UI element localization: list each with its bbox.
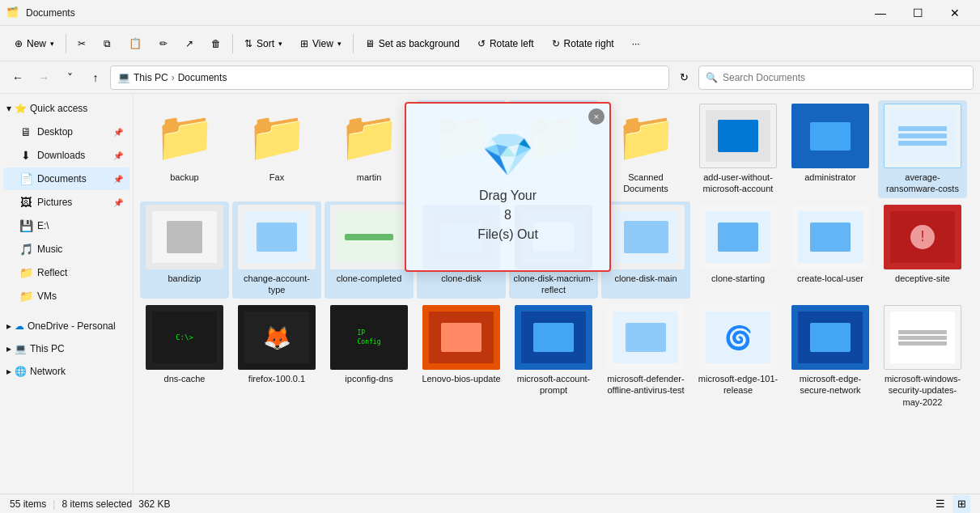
sidebar-label-edrive: E:\ [37, 220, 49, 231]
close-button[interactable]: ✕ [936, 0, 974, 26]
breadcrumb[interactable]: 💻 This PC › Documents [110, 66, 669, 90]
toolbar: ⊕ New ▾ ✂ ⧉ 📋 ✏ ↗ 🗑 ⇅ Sort ▾ ⊞ View ▾ 🖥 … [0, 26, 980, 61]
list-item[interactable]: ! deceptive-site [878, 201, 967, 299]
search-icon: 🔍 [706, 72, 718, 83]
sidebar-item-music[interactable]: 🎵 Music [3, 238, 129, 261]
rename-button[interactable]: ✏ [151, 35, 176, 53]
thumb-clone-completed [330, 205, 408, 269]
list-item[interactable]: add-user-without-microsoft-account [694, 100, 783, 198]
rotate-right-button[interactable]: ↻ Rotate right [544, 35, 622, 53]
refresh-button[interactable]: ↻ [672, 66, 695, 89]
thumb-clone-starting [699, 205, 777, 269]
recent-locations-button[interactable]: ˅ [58, 66, 81, 89]
rotate-left-button[interactable]: ↺ Rotate left [469, 35, 542, 53]
onedrive-section[interactable]: ▸ ☁ OneDrive - Personal [0, 315, 133, 337]
titlebar-title: Documents [26, 7, 862, 19]
status-separator: | [53, 498, 55, 510]
sidebar-item-vms[interactable]: 📁 VMs [3, 285, 129, 307]
sidebar-label-music: Music [37, 244, 62, 255]
drag-text: Drag Your 8 File(s) Out [477, 186, 538, 244]
new-icon: ⊕ [15, 38, 23, 49]
sidebar-item-documents[interactable]: 📄 Documents 📌 [3, 167, 129, 190]
reflect-icon: 📁 [19, 266, 32, 279]
list-item[interactable]: microsoft-account-prompt [509, 302, 598, 411]
list-item[interactable]: IPConfig ipconfig-dns [325, 302, 414, 411]
sidebar-label-pictures: Pictures [37, 197, 72, 208]
set-background-button[interactable]: 🖥 Set as background [357, 35, 468, 53]
copy-button[interactable]: ⧉ [95, 35, 119, 53]
thispc-icon: 💻 [15, 343, 27, 354]
cut-button[interactable]: ✂ [70, 35, 94, 53]
onedrive-expand-icon: ▸ [6, 320, 11, 332]
folder-thumb-backup: 📁 [146, 104, 223, 168]
onedrive-icon: ☁ [15, 320, 24, 332]
sort-button[interactable]: ⇅ Sort ▾ [236, 35, 291, 53]
network-section[interactable]: ▸ 🌐 Network [0, 360, 133, 383]
maximize-button[interactable]: ☐ [899, 0, 936, 26]
search-box[interactable]: 🔍 [698, 66, 974, 90]
sidebar-item-reflect[interactable]: 📁 Reflect [3, 261, 129, 284]
sidebar-item-pictures[interactable]: 🖼 Pictures 📌 [3, 191, 129, 214]
folder-icon-scanned: 📁 [616, 108, 677, 165]
list-item[interactable]: C:\> dns-cache [140, 302, 229, 411]
more-button[interactable]: ··· [624, 35, 648, 53]
view-button[interactable]: ⊞ View ▾ [292, 35, 350, 53]
list-item[interactable]: 📁 backup [140, 100, 229, 198]
list-item[interactable]: clone-completed [325, 201, 414, 299]
expand-icon: ▾ [6, 103, 11, 114]
toolbar-sep-3 [353, 34, 354, 53]
thispc-section[interactable]: ▸ 💻 This PC [0, 337, 133, 360]
folder-icon-martin: 📁 [339, 108, 400, 165]
list-item[interactable]: Lenovo-bios-update [417, 302, 506, 411]
list-item[interactable]: microsoft-windows-security-updates-may-2… [878, 302, 967, 411]
back-button[interactable]: ← [6, 66, 29, 89]
downloads-icon: ⬇ [19, 149, 32, 162]
sidebar-item-edrive[interactable]: 💾 E:\ [3, 214, 129, 237]
list-item[interactable]: 🦊 firefox-100.0.1 [232, 302, 321, 411]
quick-access-section[interactable]: ▾ ⭐ Quick access [0, 97, 133, 120]
search-input[interactable] [723, 72, 966, 83]
pin-icon-pictures: 📌 [113, 198, 123, 207]
file-label-dns-cache: dns-cache [164, 373, 206, 384]
list-item[interactable]: clone-starting [694, 201, 783, 299]
up-button[interactable]: ↑ [84, 66, 107, 89]
file-label-clone-disk-main: clone-disk-main [614, 273, 677, 284]
sidebar-item-downloads[interactable]: ⬇ Downloads 📌 [3, 144, 129, 167]
list-item[interactable]: administrator [786, 100, 875, 198]
list-item[interactable]: microsoft-defender-offline-antivirus-tes… [601, 302, 690, 411]
list-item[interactable]: change-account-type [232, 201, 321, 299]
thumb-ms-defender [607, 305, 685, 370]
set-background-icon: 🖥 [365, 38, 375, 49]
list-item[interactable]: microsoft-edge-secure-network [786, 302, 875, 411]
drag-close-button[interactable]: × [588, 108, 605, 125]
paste-button[interactable]: 📋 [121, 34, 150, 53]
forward-button[interactable]: → [32, 66, 55, 89]
thispc-label: This PC [30, 343, 65, 354]
new-button[interactable]: ⊕ New ▾ [6, 35, 62, 53]
list-view-button[interactable]: ☰ [931, 495, 949, 513]
file-label-scanned: Scanned Documents [605, 172, 686, 195]
sidebar-label-reflect: Reflect [37, 267, 67, 278]
file-label-bandizip: bandizip [168, 273, 202, 284]
grid-view-button[interactable]: ⊞ [952, 495, 970, 513]
list-item[interactable]: clone-disk-main [601, 201, 690, 299]
thumb-create-local-user [791, 205, 869, 269]
list-item[interactable]: 📁 martin [325, 100, 414, 198]
network-icon: 🌐 [15, 366, 27, 377]
share-button[interactable]: ↗ [177, 35, 202, 53]
list-item[interactable]: average-ransomware-costs [878, 100, 967, 198]
sidebar-item-desktop[interactable]: 🖥 Desktop 📌 [3, 121, 129, 143]
file-area: × 💎 Drag Your 8 File(s) Out 📁 backup 📁 F… [134, 94, 980, 494]
titlebar: 🗂️ Documents — ☐ ✕ [0, 0, 980, 26]
list-item[interactable]: bandizip [140, 201, 229, 299]
thumb-lenovo [422, 305, 500, 370]
file-label-deceptive-site: deceptive-site [895, 273, 950, 284]
list-item[interactable]: create-local-user [786, 201, 875, 299]
list-item[interactable]: 📁 Scanned Documents [601, 100, 690, 198]
delete-button[interactable]: 🗑 [203, 35, 229, 53]
list-item[interactable]: 📁 Fax [232, 100, 321, 198]
statusbar: 55 items | 8 items selected 362 KB ☰ ⊞ [0, 494, 980, 513]
minimize-button[interactable]: — [862, 0, 899, 26]
file-label-firefox: firefox-100.0.1 [248, 373, 305, 384]
list-item[interactable]: 🌀 microsoft-edge-101-release [694, 302, 783, 411]
